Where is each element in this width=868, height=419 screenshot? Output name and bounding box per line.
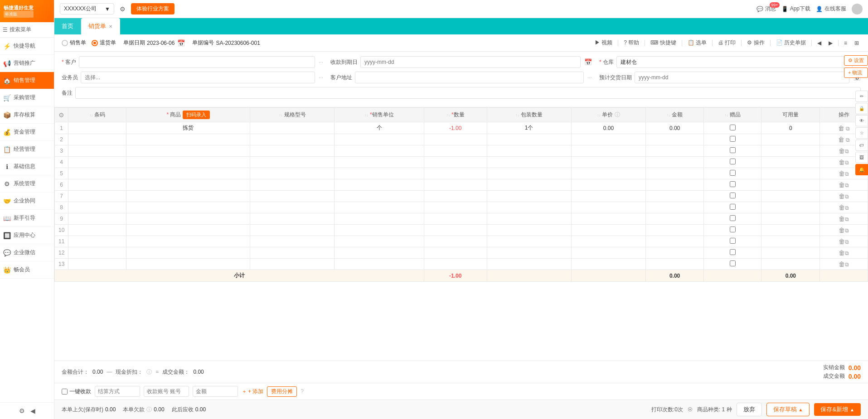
salesman-input[interactable] [81, 72, 315, 83]
tab-sales-order[interactable]: 销货单 ✕ [81, 18, 120, 34]
tool-history[interactable]: 📄 历史单据 [774, 38, 808, 48]
sidebar-item-purchase[interactable]: 🛒 采购管理 [0, 89, 54, 106]
delete-row-button[interactable]: 🗑 [839, 215, 845, 222]
cell-amount[interactable] [646, 134, 703, 145]
gift-checkbox[interactable] [730, 170, 736, 176]
delete-row-button[interactable]: 🗑 [839, 147, 845, 154]
customer-dots-button[interactable]: ··· [319, 59, 323, 65]
delete-row-button[interactable]: 🗑 [839, 170, 845, 177]
tool-grid-view[interactable]: ⊞ [853, 39, 861, 47]
customer-input[interactable] [79, 56, 315, 68]
expense-split-button[interactable]: 费用分摊 [267, 386, 297, 397]
payment-method-input[interactable] [95, 386, 140, 397]
copy-row-button[interactable]: ⧉ [845, 261, 849, 268]
address-dots-button[interactable]: ··· [587, 74, 592, 81]
due-date-calendar-icon[interactable]: 📅 [584, 58, 592, 66]
gift-checkbox[interactable] [730, 226, 736, 232]
price-info-icon[interactable]: ⓘ [615, 111, 620, 118]
sidebar-item-operation[interactable]: 📋 经营管理 [0, 141, 54, 158]
tool-prev[interactable]: ◀ [815, 39, 823, 47]
delete-row-button[interactable]: 🗑 [838, 136, 844, 143]
cell-price[interactable]: 0.00 [571, 122, 646, 134]
sidebar-item-finance[interactable]: 💰 资金管理 [0, 124, 54, 141]
copy-row-button[interactable]: ⧉ [845, 205, 849, 211]
float-notification-button[interactable]: 🔔 [855, 164, 868, 175]
radio-return-order[interactable]: 退货单 [92, 39, 116, 47]
cell-spec[interactable] [250, 122, 335, 134]
online-service-button[interactable]: 👤 在线客服 [816, 5, 846, 13]
sidebar-item-apps[interactable]: 🔲 应用中心 [0, 227, 54, 244]
sidebar-item-marketing[interactable]: 📢 营销推广 [0, 55, 54, 72]
address-input[interactable] [355, 72, 584, 83]
delete-row-button[interactable]: 🗑 [839, 249, 845, 256]
sidebar-item-inventory[interactable]: 📦 库存核算 [0, 106, 54, 124]
cell-pack-qty[interactable] [487, 134, 571, 145]
delete-row-button[interactable]: 🗑 [839, 260, 845, 268]
add-payment-button[interactable]: ＋ + 添加 [242, 388, 263, 395]
delete-row-button[interactable]: 🗑 [839, 204, 845, 211]
gift-checkbox[interactable] [730, 215, 736, 221]
copy-row-button[interactable]: ⧉ [845, 171, 849, 177]
cell-barcode[interactable] [68, 134, 126, 145]
app-download-button[interactable]: 📱 App下载 [781, 5, 810, 13]
delete-row-button[interactable]: 🗑 [839, 159, 845, 166]
sidebar-item-member[interactable]: 👑 畅会员 [0, 261, 54, 279]
radio-sales-order[interactable]: 销售单 [62, 39, 86, 47]
cell-price[interactable] [571, 134, 646, 145]
avatar[interactable] [852, 4, 863, 14]
abandon-button[interactable]: 放弃 [737, 403, 762, 416]
setting-button[interactable]: ⚙ 设置 [844, 55, 868, 66]
cell-amount[interactable]: 0.00 [646, 122, 703, 134]
copy-row-button[interactable]: ⧉ [845, 227, 849, 234]
sidebar-settings-button[interactable]: ⚙ [18, 406, 26, 415]
float-star-button[interactable]: ☆ [855, 127, 868, 139]
float-tag-button[interactable]: 🏷 [855, 140, 868, 151]
cell-gift[interactable] [703, 122, 761, 134]
gift-checkbox[interactable] [730, 159, 736, 164]
salesman-dots-button[interactable]: ··· [319, 74, 323, 81]
cell-barcode[interactable] [68, 122, 126, 134]
float-eye-button[interactable]: 👁 [855, 115, 868, 126]
delete-row-button[interactable]: 🗑 [838, 125, 844, 132]
cell-product[interactable] [126, 134, 250, 145]
copy-row-button[interactable]: ⧉ [845, 148, 849, 154]
tool-next[interactable]: ▶ [827, 39, 834, 47]
company-selector[interactable]: XXXXXX公司 ▼ [60, 3, 114, 14]
settings-button[interactable]: ⚙ [119, 5, 126, 14]
col-gear-button[interactable]: ⚙ [58, 111, 64, 119]
gift-checkbox[interactable] [730, 193, 736, 198]
tool-print[interactable]: 🖨 打印 [716, 38, 737, 48]
float-lock-button[interactable]: 🔒 [855, 103, 868, 114]
gift-checkbox[interactable] [730, 260, 736, 266]
delete-row-button[interactable]: 🗑 [839, 226, 845, 234]
one-click-pay-checkbox[interactable]: 一键收款 [62, 388, 91, 395]
save-new-button[interactable]: 保存&新增 ▲ [814, 403, 861, 416]
warehouse-input[interactable] [616, 56, 853, 68]
copy-row-button[interactable]: ⧉ [845, 182, 849, 188]
cell-unit[interactable] [335, 134, 424, 145]
tool-select[interactable]: 📋 选单 [686, 38, 708, 48]
sidebar-item-sales[interactable]: 🏠 销售管理 [0, 72, 54, 89]
tool-shortcut[interactable]: ⌨ 快捷键 [649, 38, 678, 48]
cell-qty[interactable] [424, 134, 487, 145]
cell-unit[interactable]: 个 [335, 122, 424, 134]
sidebar-item-shortcut[interactable]: ⚡ 快捷导航 [0, 38, 54, 55]
message-button[interactable]: 💬 消息 99+ [756, 5, 776, 13]
gift-checkbox[interactable] [730, 125, 736, 130]
sidebar-item-collab[interactable]: 🤝 企业协同 [0, 193, 54, 210]
copy-row-button[interactable]: ⧉ [846, 125, 850, 132]
tool-list-view[interactable]: ≡ [842, 39, 849, 47]
copy-row-button[interactable]: ⧉ [846, 137, 850, 143]
copy-row-button[interactable]: ⧉ [845, 159, 849, 166]
logistics-button[interactable]: + 物流 [844, 67, 868, 78]
total-owe-info-icon[interactable]: ⓘ [146, 406, 152, 414]
gift-checkbox[interactable] [730, 147, 736, 153]
cell-pack-qty[interactable]: 1个 [487, 122, 571, 134]
tab-home[interactable]: 首页 [54, 18, 81, 34]
copy-row-button[interactable]: ⧉ [845, 239, 849, 245]
one-click-checkbox[interactable] [62, 389, 68, 395]
tool-action[interactable]: ⚙ 操作 [745, 38, 766, 48]
sidebar-item-guide[interactable]: 📖 新手引导 [0, 210, 54, 227]
float-image-button[interactable]: 🖼 [855, 152, 868, 163]
delete-row-button[interactable]: 🗑 [839, 193, 845, 200]
